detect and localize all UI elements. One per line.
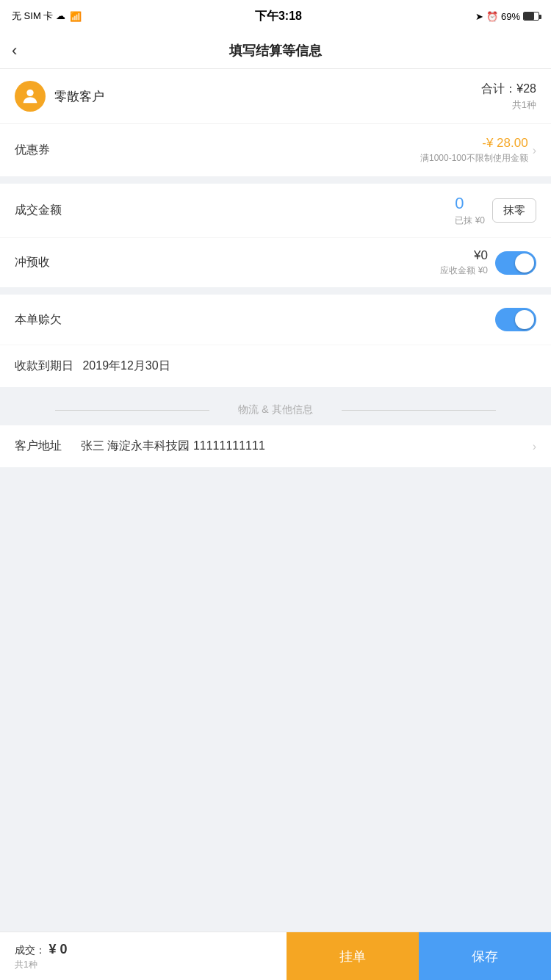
coupon-right: -¥ 28.00 满1000-100不限制使用金额 ›	[420, 136, 536, 165]
address-value: 张三 海淀永丰科技园 11111111111	[81, 439, 533, 454]
coupon-desc: 满1000-100不限制使用金额	[420, 152, 528, 165]
coupon-info: -¥ 28.00 满1000-100不限制使用金额	[420, 136, 528, 165]
customer-right: 合计：¥28 共1种	[481, 82, 536, 112]
bottom-left: 成交： ¥ 0 共1种	[0, 942, 287, 971]
bottom-transaction-row: 成交： ¥ 0	[15, 942, 272, 957]
round-off-button[interactable]: 抹零	[492, 198, 536, 223]
chong-label: 冲预收	[15, 255, 50, 270]
transaction-amount-value: 0	[455, 194, 485, 213]
chevron-right-icon-address: ›	[533, 440, 536, 453]
customer-section: 零散客户 合计：¥28 共1种 优惠券 -¥ 28.00 满1000-100不限…	[0, 69, 551, 176]
debt-toggle[interactable]	[495, 308, 536, 331]
hang-button[interactable]: 挂单	[287, 932, 419, 981]
coupon-discount: -¥ 28.00	[420, 136, 528, 151]
page-title: 填写结算等信息	[229, 42, 322, 60]
debt-label: 本单赊欠	[15, 312, 62, 328]
transaction-amount-row: 成交金额 0 已抹 ¥0 抹零	[0, 184, 551, 238]
back-button[interactable]: ‹	[12, 41, 17, 60]
due-date-row: 收款到期日 2019年12月30日	[0, 345, 551, 387]
due-date-label: 收款到期日	[15, 359, 73, 372]
chong-amount-sub: 应收金额 ¥0	[440, 264, 488, 277]
battery-percentage: 69%	[501, 11, 520, 22]
status-right: ➤ ⏰ 69%	[475, 11, 539, 22]
empty-area	[0, 475, 551, 621]
avatar	[15, 81, 46, 112]
address-section: 客户地址 张三 海淀永丰科技园 11111111111 ›	[0, 425, 551, 467]
coupon-label: 优惠券	[15, 143, 50, 158]
chevron-right-icon: ›	[533, 144, 536, 157]
chong-left: 冲预收	[15, 255, 50, 270]
alarm-icon: ⏰	[486, 11, 498, 22]
customer-name: 零散客户	[54, 88, 104, 105]
address-label: 客户地址	[15, 439, 73, 454]
logistics-divider: 物流 & 其他信息	[0, 394, 551, 425]
chong-row: 冲预收 ¥0 应收金额 ¥0	[0, 238, 551, 287]
user-icon	[20, 86, 40, 107]
bottom-count: 共1种	[15, 959, 272, 971]
transaction-amount-sub: 已抹 ¥0	[455, 215, 485, 227]
debt-section: 本单赊欠 收款到期日 2019年12月30日	[0, 295, 551, 387]
address-right: ›	[533, 440, 536, 453]
save-button[interactable]: 保存	[419, 932, 551, 981]
coupon-row[interactable]: 优惠券 -¥ 28.00 满1000-100不限制使用金额 ›	[0, 123, 551, 176]
status-bar: 无 SIM 卡 ☁ 📶 下午3:18 ➤ ⏰ 69%	[0, 0, 551, 32]
total-amount: 合计：¥28	[481, 82, 536, 97]
customer-row: 零散客户 合计：¥28 共1种	[0, 69, 551, 123]
chong-amount: ¥0	[440, 248, 488, 263]
svg-point-0	[26, 90, 33, 96]
customer-left: 零散客户	[15, 81, 104, 112]
battery-icon	[523, 12, 539, 21]
nav-bar: ‹ 填写结算等信息	[0, 32, 551, 69]
status-time: 下午3:18	[255, 9, 302, 24]
chong-amounts: ¥0 应收金额 ¥0	[440, 248, 488, 277]
transaction-right: 0 已抹 ¥0 抹零	[455, 194, 536, 227]
bottom-action-bar: 成交： ¥ 0 共1种 挂单 保存	[0, 932, 551, 980]
debt-row: 本单赊欠	[0, 295, 551, 345]
chong-toggle[interactable]	[495, 251, 536, 275]
transaction-section: 成交金额 0 已抹 ¥0 抹零 冲预收 ¥0 应收金额 ¥0	[0, 184, 551, 287]
logistics-title: 物流 & 其他信息	[238, 403, 312, 415]
location-icon: ➤	[475, 11, 483, 22]
transaction-amount-group: 0 已抹 ¥0	[455, 194, 485, 227]
bottom-transaction-label: 成交：	[15, 944, 46, 956]
bottom-transaction-amount: ¥ 0	[48, 942, 67, 956]
no-sim-text: 无 SIM 卡 ☁	[12, 10, 65, 23]
due-date-value: 2019年12月30日	[82, 359, 170, 372]
status-left: 无 SIM 卡 ☁ 📶	[12, 10, 82, 23]
address-row[interactable]: 客户地址 张三 海淀永丰科技园 11111111111 ›	[0, 425, 551, 467]
wifi-icon: 📶	[70, 11, 82, 22]
total-count: 共1种	[481, 98, 536, 112]
chong-right: ¥0 应收金额 ¥0	[440, 248, 536, 277]
transaction-label: 成交金额	[15, 203, 62, 218]
